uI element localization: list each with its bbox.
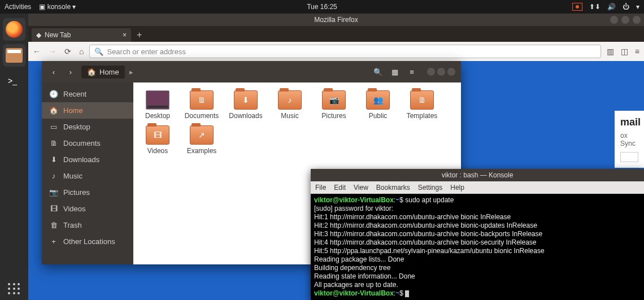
desktop-icon: ▭ — [50, 123, 58, 131]
folder-desktop[interactable]: Desktop — [136, 90, 180, 120]
firefox-home-card: mail ox Sync — [615, 111, 644, 168]
folder-music[interactable]: ♪Music — [268, 90, 312, 120]
terminal-output[interactable]: viktor@viktor-VirtualBox:~$ sudo apt upd… — [311, 194, 644, 300]
menu-bookmarks[interactable]: Bookmarks — [376, 184, 410, 192]
folder-icon: 📷 — [322, 90, 346, 110]
menu-edit[interactable]: Edit — [334, 184, 346, 192]
sidebar-item-documents[interactable]: 🗎Documents — [42, 135, 133, 151]
trash-icon: 🗑 — [50, 221, 58, 229]
folder-icon: 🗎 — [410, 90, 434, 110]
dock-app-files[interactable] — [3, 44, 25, 67]
menu-help[interactable]: Help — [450, 184, 464, 192]
sidebar-icon[interactable]: ◫ — [621, 47, 628, 56]
files-close-button[interactable] — [447, 68, 455, 76]
browser-tab[interactable]: ◆ New Tab × — [32, 28, 131, 42]
dock: >_ — [0, 14, 28, 300]
sidebar-item-recent[interactable]: 🕘Recent — [42, 86, 133, 102]
gnome-topbar: Activities ▣ konsole ▾ Tue 16:25 ⬆⬇ 🔊 ⏻ … — [0, 0, 644, 14]
firefox-icon — [6, 21, 23, 38]
sidebar-item-videos[interactable]: 🎞Videos — [42, 201, 133, 217]
menu-file[interactable]: File — [315, 184, 326, 192]
menu-settings[interactable]: Settings — [418, 184, 442, 192]
dock-app-firefox[interactable] — [3, 18, 25, 41]
folder-icon: 🗎 — [190, 90, 214, 110]
firefox-titlebar: Mozilla Firefox — [28, 14, 644, 26]
files-forward-button[interactable]: › — [64, 68, 77, 76]
library-icon[interactable]: ▥ — [607, 47, 614, 56]
appmenu-button[interactable]: ▣ konsole ▾ — [39, 3, 76, 11]
files-icon — [6, 48, 23, 63]
folder-icon: 👥 — [366, 90, 390, 110]
terminal-cursor — [405, 290, 409, 297]
new-tab-button[interactable]: + — [131, 28, 147, 42]
clock-icon: 🕘 — [50, 90, 58, 98]
forward-button[interactable]: → — [49, 47, 56, 56]
folder-icon: ↗ — [190, 125, 214, 145]
konsole-window: viktor : bash — Konsole File Edit View B… — [311, 169, 644, 300]
home-icon: 🏠 — [50, 106, 58, 115]
clock[interactable]: Tue 16:25 — [307, 3, 337, 11]
folder-templates[interactable]: 🗎Templates — [400, 90, 444, 120]
folder-public[interactable]: 👥Public — [356, 90, 400, 120]
download-icon: ⬇ — [50, 155, 58, 164]
folder-downloads[interactable]: ⬇Downloads — [224, 90, 268, 120]
firefox-tabstrip: ◆ New Tab × + — [28, 26, 644, 42]
folder-videos[interactable]: 🎞Videos — [136, 125, 180, 155]
close-button[interactable] — [633, 16, 641, 24]
pathbar-chevron-icon[interactable]: ▸ — [129, 68, 133, 76]
sidebar-item-pictures[interactable]: 📷Pictures — [42, 184, 133, 201]
tab-favicon-icon: ◆ — [36, 31, 41, 39]
music-icon: ♪ — [50, 172, 58, 180]
videos-icon: 🎞 — [50, 205, 58, 213]
terminal-icon: >_ — [6, 74, 23, 89]
power-icon[interactable]: ⏻ — [623, 3, 629, 11]
view-menu-icon[interactable]: ≡ — [406, 68, 418, 76]
konsole-menubar: File Edit View Bookmarks Settings Help — [311, 181, 644, 194]
folder-icon: ♪ — [278, 90, 302, 110]
activities-button[interactable]: Activities — [5, 3, 31, 11]
menu-view[interactable]: View — [354, 184, 368, 192]
system-menu-chevron-icon[interactable]: ▾ — [636, 3, 639, 11]
dock-app-terminal[interactable]: >_ — [3, 70, 25, 93]
reload-button[interactable]: ⟳ — [64, 47, 71, 56]
folder-pictures[interactable]: 📷Pictures — [312, 90, 356, 120]
folder-examples[interactable]: ↗Examples — [180, 125, 224, 155]
back-button[interactable]: ← — [33, 47, 41, 56]
folder-documents[interactable]: 🗎Documents — [180, 90, 224, 120]
folder-icon: 🎞 — [146, 125, 169, 145]
konsole-titlebar[interactable]: viktor : bash — Konsole — [311, 169, 644, 181]
files-maximize-button[interactable] — [437, 68, 445, 76]
plus-icon: + — [50, 237, 58, 246]
pictures-icon: 📷 — [50, 188, 58, 197]
screen-recorder-icon[interactable] — [572, 3, 582, 11]
sidebar-item-downloads[interactable]: ⬇Downloads — [42, 151, 133, 168]
files-minimize-button[interactable] — [427, 68, 435, 76]
folder-icon — [146, 90, 169, 110]
sidebar-item-home[interactable]: 🏠Home — [42, 102, 133, 119]
show-applications-icon[interactable] — [8, 283, 20, 294]
home-button[interactable]: ⌂ — [79, 47, 84, 56]
firefox-toolbar: ← → ⟳ ⌂ 🔍 Search or enter address ▥ ◫ ≡ — [28, 42, 644, 61]
maximize-button[interactable] — [621, 16, 629, 24]
files-sidebar: 🕘Recent 🏠Home ▭Desktop 🗎Documents ⬇Downl… — [42, 82, 133, 264]
url-placeholder: Search or enter address — [107, 47, 185, 56]
sidebar-item-trash[interactable]: 🗑Trash — [42, 217, 133, 233]
view-grid-icon[interactable]: ▦ — [389, 68, 401, 76]
network-icon[interactable]: ⬆⬇ — [589, 3, 601, 11]
volume-icon[interactable]: 🔊 — [607, 3, 616, 11]
pathbar-home[interactable]: 🏠 Home — [81, 66, 125, 79]
menu-icon[interactable]: ≡ — [635, 47, 639, 56]
sidebar-item-desktop[interactable]: ▭Desktop — [42, 119, 133, 135]
sidebar-item-other-locations[interactable]: +Other Locations — [42, 233, 133, 250]
minimize-button[interactable] — [610, 16, 618, 24]
document-icon: 🗎 — [50, 139, 58, 147]
search-icon: 🔍 — [94, 47, 103, 56]
tab-close-icon[interactable]: × — [123, 31, 127, 39]
folder-icon: ⬇ — [234, 90, 258, 110]
files-back-button[interactable]: ‹ — [47, 68, 60, 76]
files-search-icon[interactable]: 🔍 — [372, 68, 384, 76]
url-bar[interactable]: 🔍 Search or enter address — [89, 45, 601, 58]
files-headerbar: ‹ › 🏠 Home ▸ 🔍 ▦ ≡ — [42, 61, 461, 82]
firefox-title: Mozilla Firefox — [314, 16, 358, 24]
sidebar-item-music[interactable]: ♪Music — [42, 168, 133, 184]
